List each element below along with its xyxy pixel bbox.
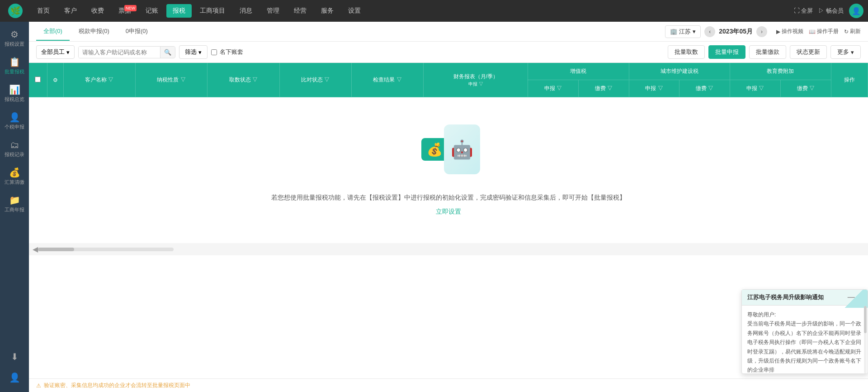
nav-tax[interactable]: 报税 bbox=[166, 4, 192, 18]
th-checkbox bbox=[29, 63, 47, 97]
sidebar-item-label: 个税申报 bbox=[5, 124, 24, 130]
batch-fetch-btn[interactable]: 批量取数 bbox=[668, 45, 705, 59]
batch-pay-btn[interactable]: 批量缴款 bbox=[749, 45, 786, 59]
nav-home[interactable]: 首页 bbox=[31, 4, 56, 18]
th-vat: 增值税 bbox=[528, 63, 629, 80]
sidebar-bottom: ⬇ 👤 bbox=[1, 348, 28, 392]
notif-corner-decoration bbox=[840, 290, 868, 308]
download-icon: ⬇ bbox=[11, 352, 19, 361]
th-operation: 操作 bbox=[831, 63, 868, 97]
sidebar-item-label: 报税设置 bbox=[5, 41, 24, 48]
refresh-icon: ↻ bbox=[844, 29, 849, 35]
scroll-thumb[interactable] bbox=[38, 248, 74, 251]
fullscreen-btn[interactable]: ⛶ 全屏 bbox=[794, 7, 813, 15]
nav-customer[interactable]: 客户 bbox=[58, 4, 83, 18]
top-nav-right: ⛶ 全屏 ▷ 畅会员 👤 bbox=[794, 4, 863, 18]
th-vat-declare: 申报 ▽ bbox=[528, 80, 579, 97]
sidebar-item-tax-overview[interactable]: 📊 报税总览 bbox=[1, 81, 28, 107]
operation-manual-btn[interactable]: 📖 操作手册 bbox=[809, 28, 839, 35]
th-customer-name: 客户名称 ▽ bbox=[63, 63, 135, 97]
logo-icon: 🌿 bbox=[8, 4, 23, 18]
prev-month-btn[interactable]: ‹ bbox=[704, 26, 715, 37]
nav-fee[interactable]: 收费 bbox=[85, 4, 110, 18]
tab-tax-declare[interactable]: 税款申报(0) bbox=[71, 23, 117, 41]
tax-records-icon: 🗂 bbox=[10, 140, 19, 149]
sidebar-item-download[interactable]: ⬇ bbox=[1, 348, 28, 366]
refresh-btn[interactable]: ↻ 刷新 bbox=[844, 28, 861, 35]
robot-illustration: 💰 🤖 bbox=[417, 124, 480, 183]
notification-title: 江苏电子税务局升级影响通知 bbox=[747, 293, 824, 301]
batch-declare-btn[interactable]: 批量申报 bbox=[708, 45, 745, 59]
more-btn[interactable]: 更多 ▾ bbox=[830, 45, 861, 59]
scroll-left-btn[interactable]: ◀ bbox=[33, 245, 38, 253]
chevron-down-icon: ▾ bbox=[851, 49, 854, 56]
user-avatar[interactable]: 👤 bbox=[849, 4, 863, 18]
toolbar: 全部员工 ▾ 🔍 筛选 ▾ 名下账套 批量取数 批量申报 批量缴款 状态更新 更… bbox=[29, 42, 868, 63]
data-table: ⚙ 客户名称 ▽ 纳税性质 ▽ 取数状态 ▽ 比对状态 ▽ 检查结果 ▽ 财务报… bbox=[29, 63, 868, 243]
setup-link[interactable]: 立即设置 bbox=[436, 208, 461, 216]
chevron-down-icon: ▾ bbox=[693, 28, 696, 35]
employee-selector[interactable]: 全部员工 ▾ bbox=[36, 45, 75, 59]
nav-message[interactable]: 消息 bbox=[233, 4, 259, 18]
operation-video-btn[interactable]: ▶ 操作视频 bbox=[776, 28, 803, 35]
status-bar: ⚠ 验证账密、采集信息均成功的企业才会流转至批量报税页面中 bbox=[29, 378, 868, 392]
th-compare-status: 比对状态 ▽ bbox=[279, 63, 351, 97]
region-icon: 🏢 bbox=[670, 28, 677, 35]
table-header-top: ⚙ 客户名称 ▽ 纳税性质 ▽ 取数状态 ▽ 比对状态 ▽ 检查结果 ▽ 财务报… bbox=[29, 63, 868, 80]
sub-account-checkbox-label: 名下账套 bbox=[211, 48, 243, 56]
notification-popup: 江苏电子税务局升级影响通知 — × 尊敬的用户: 受当前电子税务局进一步升级的影… bbox=[741, 289, 868, 374]
settlement-icon: 💰 bbox=[9, 168, 20, 177]
app-logo: 🌿 bbox=[5, 0, 26, 22]
tab-actions: ▶ 操作视频 📖 操作手册 ↻ 刷新 bbox=[776, 28, 861, 35]
search-button[interactable]: 🔍 bbox=[160, 47, 175, 58]
th-edu-surcharge: 教育费附加 bbox=[730, 63, 831, 80]
book-icon: 📖 bbox=[809, 29, 816, 35]
sidebar-item-label: 报税总览 bbox=[5, 96, 24, 103]
notification-body: 尊敬的用户: 受当前电子税务局进一步升级的影响，同一个政务网账号（办税人）名下的… bbox=[742, 306, 868, 373]
th-city-tax: 城市维护建设税 bbox=[629, 63, 730, 80]
th-tax-type: 纳税性质 ▽ bbox=[135, 63, 207, 97]
tab-all[interactable]: 全部(0) bbox=[36, 23, 70, 41]
nav-invoice[interactable]: 票据 NEW bbox=[112, 4, 137, 18]
notif-scrollbar-thumb[interactable] bbox=[864, 306, 867, 333]
sidebar-item-label: 报税记录 bbox=[5, 151, 24, 158]
search-box: 🔍 bbox=[78, 46, 175, 58]
search-input[interactable] bbox=[79, 47, 160, 58]
th-check-result: 检查结果 ▽ bbox=[351, 63, 423, 97]
nav-service[interactable]: 服务 bbox=[315, 4, 340, 18]
sidebar-item-label: 批量报税 bbox=[5, 68, 24, 75]
region-label: 江苏 bbox=[679, 28, 691, 36]
nav-settings[interactable]: 设置 bbox=[342, 4, 367, 18]
nav-business[interactable]: 工商项目 bbox=[193, 4, 231, 18]
th-city-declare: 申报 ▽ bbox=[629, 80, 679, 97]
member-btn[interactable]: ▷ 畅会员 bbox=[818, 7, 844, 15]
region-selector[interactable]: 🏢 江苏 ▾ bbox=[665, 25, 701, 38]
tax-settings-icon: ⚙ bbox=[10, 30, 19, 39]
sidebar-item-batch-tax[interactable]: 📋 批量报税 bbox=[1, 53, 28, 80]
th-edu-pay: 缴费 ▽ bbox=[780, 80, 831, 97]
sidebar-item-personal-tax[interactable]: 👤 个税申报 bbox=[1, 108, 28, 135]
sidebar-item-user[interactable]: 👤 bbox=[1, 368, 28, 387]
nav-bookkeeping[interactable]: 记账 bbox=[139, 4, 165, 18]
batch-tax-icon: 📋 bbox=[9, 57, 20, 67]
scroll-track bbox=[38, 248, 174, 251]
filter-button[interactable]: 筛选 ▾ bbox=[179, 45, 208, 59]
nav-manage[interactable]: 管理 bbox=[260, 4, 286, 18]
top-navigation: 🌿 首页 客户 收费 票据 NEW 记账 报税 工商项目 消息 管理 经营 服务… bbox=[0, 0, 868, 22]
sidebar-item-label: 汇算清缴 bbox=[5, 179, 24, 186]
th-vat-pay: 缴费 ▽ bbox=[578, 80, 629, 97]
sidebar-item-annual-report[interactable]: 📁 工商年报 bbox=[1, 191, 28, 218]
sidebar-item-tax-records[interactable]: 🗂 报税记录 bbox=[1, 136, 28, 163]
tab-zero-declare[interactable]: 0申报(0) bbox=[118, 23, 155, 41]
select-all-checkbox[interactable] bbox=[35, 76, 41, 82]
next-month-btn[interactable]: › bbox=[756, 26, 767, 37]
sidebar-item-tax-settings[interactable]: ⚙ 报税设置 bbox=[1, 25, 28, 52]
status-update-btn[interactable]: 状态更新 bbox=[790, 45, 827, 59]
empty-message: 若您想使用批量报税功能，请先在【报税设置】中进行报税的初始化设置，完成密码验证和… bbox=[271, 192, 626, 202]
nav-operation[interactable]: 经营 bbox=[288, 4, 313, 18]
sidebar: ⚙ 报税设置 📋 批量报税 📊 报税总览 👤 个税申报 🗂 报税记录 💰 汇算清… bbox=[0, 22, 29, 392]
sub-account-checkbox[interactable] bbox=[211, 49, 217, 55]
user-icon: 👤 bbox=[9, 373, 20, 382]
empty-state: 💰 🤖 若您想使用批量报税功能，请先在【报税设置】中进行报税的初始化设置，完成密… bbox=[29, 97, 868, 243]
sidebar-item-settlement[interactable]: 💰 汇算清缴 bbox=[1, 163, 28, 190]
